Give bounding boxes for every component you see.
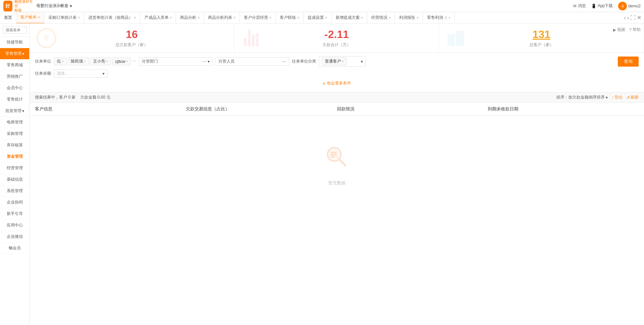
tab-product-analysis-list[interactable]: 商品分析列表 × [204, 12, 240, 24]
tab-close-icon[interactable]: × [78, 16, 80, 20]
sidebar-item-retail-mgmt[interactable]: 零售管理 ▾ [0, 48, 29, 60]
tab-profit-report[interactable]: 利润报告 × [395, 12, 423, 24]
home-tab-label: 首页 [4, 15, 12, 21]
tab-purchase-order[interactable]: 采购订单统计表 × [44, 12, 84, 24]
empty-text: 暂无数据 [328, 180, 346, 186]
play-icon: ▶ [613, 28, 616, 32]
tab-close-icon[interactable]: × [38, 15, 40, 19]
svg-rect-6 [449, 36, 453, 39]
chevron-down-icon: ▾ [208, 59, 210, 64]
tab-fullscreen-icon[interactable]: ⛶ [630, 15, 636, 21]
tab-label: 商品分析 [180, 15, 196, 21]
tab-new-plan[interactable]: 新增提成方案 × [332, 12, 368, 24]
person-select[interactable]: 分管人员 ⋯ [215, 57, 289, 66]
tab-close-icon[interactable]: × [325, 16, 327, 20]
filter-tag-wang[interactable]: 王小亮 × [90, 58, 111, 65]
tab-close-icon[interactable]: × [297, 16, 299, 20]
stat-all-label: 总客户（家） [529, 42, 554, 48]
tab-retail-profit[interactable]: 零售利润（ × [423, 12, 455, 24]
tab-close-icon[interactable]: × [448, 16, 450, 20]
tab-close-icon[interactable]: × [198, 16, 200, 20]
tab-close-icon[interactable]: × [389, 16, 391, 20]
sidebar-item-enterprise[interactable]: 企业协同 [0, 197, 29, 208]
export-button[interactable]: ↑ 导出 [612, 95, 622, 100]
balance-select[interactable]: 选择... ▾ [54, 69, 108, 78]
tab-close-icon[interactable]: × [361, 16, 363, 20]
tag-close-wu[interactable]: × [61, 60, 63, 63]
tab-close-icon[interactable]: × [417, 16, 419, 20]
chevron-down-icon: ▾ [606, 95, 608, 100]
avatar: d [618, 2, 627, 10]
sidebar-item-purchase[interactable]: 采购管理 [0, 128, 29, 140]
stat-all-value[interactable]: 131 [532, 28, 550, 41]
content-area: ¥ 16 总欠款客户（家） -2.11 [30, 24, 644, 325]
tab-customer-tier[interactable]: 客户分层经营 × [240, 12, 276, 24]
search-result-text: 搜索结果中，客户 0 家 欠款金额 0.00 元 [35, 95, 111, 100]
svg-rect-7 [458, 33, 462, 35]
video-btn[interactable]: ▶ 视频 [613, 27, 625, 33]
tab-close-icon[interactable]: × [170, 16, 172, 20]
sidebar-item-basic-info[interactable]: 基础信息 [0, 174, 29, 185]
tab-reminder-settings[interactable]: 提成设置 × [304, 12, 332, 24]
tab-label: 经营情况 [371, 15, 387, 21]
user-menu[interactable]: d demo2 [618, 2, 641, 10]
sidebar-item-system[interactable]: 系统管理 [0, 185, 29, 197]
refresh-button[interactable]: ↺ 刷新 [627, 95, 639, 100]
stat-amount-value: -2.11 [325, 28, 349, 41]
search-input[interactable] [3, 26, 27, 34]
tab-prev-icon[interactable]: ‹ [624, 15, 626, 21]
stats-help-area: ▶ 视频 ? 帮助 [613, 27, 641, 33]
tab-customer-contact[interactable]: 客户联络 × [276, 12, 304, 24]
sidebar-item-app-center[interactable]: 应用中心 [0, 220, 29, 231]
filter-more-tags[interactable]: … [132, 58, 136, 65]
tab-operation[interactable]: 经营情况 × [367, 12, 395, 24]
tag-close-cj[interactable]: × [126, 60, 128, 63]
tab-product-storage[interactable]: 产成品入库单 × [140, 12, 176, 24]
sidebar-item-member[interactable]: 会员中心 [0, 82, 29, 94]
sidebar-item-marketing[interactable]: 营销推广 [0, 71, 29, 82]
filter-tag-cj[interactable]: cjttcw × [112, 58, 131, 65]
tab-home[interactable]: 首页 [0, 12, 16, 24]
tab-label: 零售利润（ [427, 15, 447, 21]
tab-close-icon[interactable]: × [269, 16, 271, 20]
filter-tag-wu[interactable]: 伍 × [54, 58, 67, 65]
workspace-select[interactable]: 母婴行业演示帐套 ▾ [36, 3, 72, 9]
app-download-btn[interactable]: 📱 App下载 [591, 3, 613, 9]
tab-close-icon[interactable]: × [233, 16, 235, 20]
tag-close-chen[interactable]: × [84, 60, 86, 63]
sidebar-item-finance[interactable]: 资金管理 [0, 151, 29, 162]
help-btn[interactable]: ? 帮助 [629, 27, 641, 33]
expand-icon: ⋯ [202, 59, 206, 64]
filter-tag-chen[interactable]: 陈民强 × [68, 58, 89, 65]
message-btn[interactable]: ✉ 消息 [573, 3, 586, 9]
empty-state: 暂无数据 [30, 116, 644, 213]
table-header: 客户信息 欠款交易信息（占比） 回款情况 到期未收款日期 [30, 103, 644, 116]
sidebar-item-wholesale[interactable]: 批发管理 ▾ [0, 105, 29, 117]
sidebar-item-operation-mgmt[interactable]: 经营管理 [0, 162, 29, 174]
dept-select[interactable]: 分管部门 ⋯ ▾ [139, 57, 213, 66]
collapse-button[interactable]: ∧ 收起更多条件 [323, 80, 351, 86]
stat-total-customers: ¥ 16 总欠款客户（家） [30, 24, 234, 52]
tab-close-icon[interactable]: × [134, 16, 136, 20]
refresh-icon: ↺ [627, 95, 630, 100]
tab-product-analysis[interactable]: 商品分析 × [176, 12, 204, 24]
sort-select[interactable]: 排序：按欠款金额倒序排序 ▾ [556, 95, 608, 100]
sidebar-item-retail-stats[interactable]: 零售统计 [0, 94, 29, 105]
category-tag-close[interactable]: × [342, 60, 344, 63]
query-button[interactable]: 查询 [618, 57, 639, 67]
sidebar-item-inventory[interactable]: 库存核算 [0, 140, 29, 151]
category-filter-label: 往来单位分类 [292, 59, 316, 64]
tab-customer-cost[interactable]: 客户账本 × [16, 12, 44, 24]
sidebar-item-retail-mall[interactable]: 零售商城 [0, 60, 29, 71]
tab-purchase-stats[interactable]: 进货单统计表（按商品） × [84, 12, 140, 24]
sidebar-item-enterprise-wechat[interactable]: 企业微信 [0, 231, 29, 243]
tab-close-all-icon[interactable]: ✕ [637, 14, 641, 21]
tab-next-icon[interactable]: › [627, 15, 629, 21]
sidebar-item-quick-nav[interactable]: 快捷导航 [0, 37, 29, 48]
tab-label: 商品分析列表 [208, 15, 232, 21]
tag-close-wang[interactable]: × [106, 60, 108, 63]
sidebar-item-vip-member[interactable]: 畅会员 [0, 243, 29, 254]
category-select[interactable]: 普通客户 × ▾ [319, 56, 366, 67]
sidebar-item-newbie[interactable]: 新手引导 [0, 208, 29, 220]
sidebar-item-ecommerce[interactable]: 电商管理 [0, 117, 29, 128]
